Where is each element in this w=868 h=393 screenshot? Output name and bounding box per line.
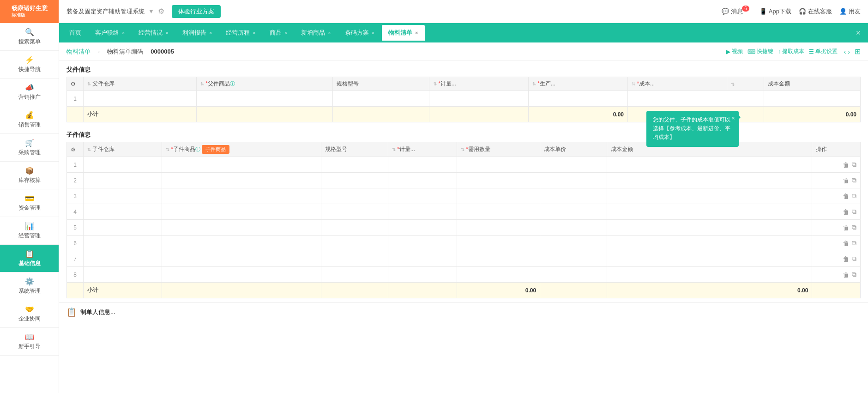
child-product-2[interactable]	[162, 173, 321, 188]
sidebar-item-search[interactable]: 🔍 搜索菜单	[0, 23, 59, 51]
copy-icon[interactable]: ⧉	[852, 239, 856, 247]
sidebar-item-quick-nav[interactable]: ⚡ 快捷导航	[0, 51, 59, 79]
user-item[interactable]: 👤 用友	[839, 7, 861, 16]
tab-new-product[interactable]: 新增商品 ×	[295, 25, 337, 41]
child-cost-amount-2	[607, 173, 812, 188]
shortcut-action[interactable]: ⌨ 快捷键	[747, 48, 773, 55]
tab-home[interactable]: 首页	[63, 25, 88, 41]
sidebar-item-system[interactable]: ⚙️ 系统管理	[0, 272, 59, 300]
tab-customers-label: 客户联络	[95, 29, 119, 37]
tooltip-close[interactable]: ×	[731, 114, 735, 123]
delete-icon[interactable]: 🗑	[843, 224, 849, 231]
child-warehouse-2[interactable]	[84, 173, 162, 188]
th-parent-settings[interactable]: ⚙	[67, 77, 84, 91]
tab-customers-close[interactable]: ×	[122, 30, 125, 36]
delete-icon[interactable]: 🗑	[843, 193, 849, 200]
breadcrumb-code-label: 物料清单编码	[107, 48, 143, 56]
copy-icon[interactable]: ⧉	[852, 161, 856, 169]
child-unit-2[interactable]	[388, 173, 457, 188]
logo-subtitle: 标准版	[12, 12, 48, 18]
message-badge: 6	[742, 6, 749, 12]
delete-icon[interactable]: 🗑	[843, 255, 849, 263]
tab-operations-status-close[interactable]: ×	[165, 30, 168, 36]
child-warehouse-1[interactable]	[84, 157, 162, 173]
nav-prev-icon[interactable]: ‹	[844, 48, 846, 55]
tab-operations-status[interactable]: 经营情况 ×	[132, 25, 175, 41]
trial-button[interactable]: 体验行业方案	[172, 5, 221, 18]
single-settings-label: 单据设置	[815, 48, 838, 55]
child-spec-2[interactable]	[321, 173, 388, 188]
copy-icon[interactable]: ⧉	[852, 224, 856, 231]
copy-icon[interactable]: ⧉	[852, 255, 856, 263]
parent-production-cell[interactable]	[528, 91, 627, 107]
doc-info-icon: 📋	[66, 307, 77, 317]
settings-doc-icon: ☰	[809, 48, 814, 55]
tab-barcode-close[interactable]: ×	[372, 30, 374, 36]
scan-input-button[interactable]: 子件商品	[202, 145, 229, 154]
parent-cost-cell[interactable]	[628, 91, 727, 107]
copy-icon[interactable]: ⧉	[852, 176, 856, 184]
th-parent-warehouse: ⇅ 父件仓库	[84, 77, 197, 91]
sidebar-item-finance[interactable]: 💳 资金管理	[0, 189, 59, 217]
close-all-tabs[interactable]: ×	[852, 28, 864, 38]
sidebar-item-purchase[interactable]: 🛒 采购管理	[0, 134, 59, 162]
sidebar-item-collab[interactable]: 🤝 企业协同	[0, 300, 59, 328]
sidebar-item-marketing[interactable]: 📣 营销推广	[0, 79, 59, 106]
child-product-1[interactable]	[162, 157, 321, 173]
sidebar-item-guide[interactable]: 📖 新手引导	[0, 328, 59, 356]
tab-customers[interactable]: 客户联络 ×	[89, 25, 131, 41]
settings-icon[interactable]: ⚙	[158, 7, 164, 16]
app-download-item[interactable]: 📱 App下载	[760, 7, 791, 16]
tab-bom-close[interactable]: ×	[415, 30, 418, 36]
sidebar-item-label: 营销推广	[18, 93, 41, 101]
child-cost-amount-1	[607, 157, 812, 173]
tab-bom[interactable]: 物料清单 ×	[382, 25, 424, 41]
tab-products[interactable]: 商品 ×	[263, 25, 294, 41]
sidebar-item-sales[interactable]: 💰 销售管理	[0, 106, 59, 134]
tab-history[interactable]: 经营历程 ×	[219, 25, 262, 41]
message-item[interactable]: 💬 消息 6	[722, 7, 752, 16]
delete-icon[interactable]: 🗑	[843, 271, 849, 278]
tab-new-product-close[interactable]: ×	[328, 30, 331, 36]
online-service-item[interactable]: 🎧 在线客服	[799, 7, 832, 16]
topbar-right: 💬 消息 6 📱 App下载 🎧 在线客服 👤 用友	[722, 7, 861, 16]
tab-history-close[interactable]: ×	[253, 30, 255, 36]
copy-icon[interactable]: ⧉	[852, 271, 856, 278]
child-qty-1[interactable]	[457, 157, 540, 173]
delete-icon[interactable]: 🗑	[843, 208, 849, 216]
view-video-action[interactable]: ▶ 视频	[726, 48, 743, 55]
delete-icon[interactable]: 🗑	[843, 161, 849, 169]
dropdown-arrow-icon[interactable]: ▼	[148, 8, 154, 15]
breadcrumb-list[interactable]: 物料清单	[66, 48, 90, 56]
child-unit-1[interactable]	[388, 157, 457, 173]
tab-profit-close[interactable]: ×	[209, 30, 212, 36]
extract-cost-action[interactable]: ↑ 提取成本	[778, 48, 804, 55]
delete-icon[interactable]: 🗑	[843, 240, 849, 247]
parent-product-cell[interactable]	[196, 91, 332, 107]
nav-next-icon[interactable]: ›	[848, 48, 850, 55]
search-icon: 🔍	[25, 28, 34, 36]
parent-subtotal-row: 小计 0.00 0.00	[67, 107, 861, 122]
parent-warehouse-cell[interactable]	[84, 91, 197, 107]
grid-view-icon[interactable]: ⊞	[855, 47, 861, 56]
tab-profit[interactable]: 利润报告 ×	[176, 25, 218, 41]
copy-icon[interactable]: ⧉	[852, 208, 856, 216]
tab-barcode[interactable]: 条码方案 ×	[338, 25, 381, 41]
parent-sort-cell[interactable]	[727, 91, 764, 107]
child-spec-1[interactable]	[321, 157, 388, 173]
sidebar-item-operations[interactable]: 📊 经营管理	[0, 217, 59, 245]
parent-unit-total: 0.00	[528, 107, 627, 122]
sidebar-item-inventory[interactable]: 📦 库存核算	[0, 162, 59, 189]
single-settings-action[interactable]: ☰ 单据设置	[809, 48, 838, 55]
child-unit-cost-2[interactable]	[540, 173, 607, 188]
child-unit-cost-1[interactable]	[540, 157, 607, 173]
delete-icon[interactable]: 🗑	[843, 177, 849, 184]
th-child-settings[interactable]: ⚙	[67, 142, 84, 157]
parent-spec-cell[interactable]	[333, 91, 429, 107]
tab-products-close[interactable]: ×	[284, 30, 287, 36]
sidebar-item-basic-info[interactable]: 📋 基础信息	[0, 245, 59, 272]
cart-icon: 🛒	[25, 139, 34, 147]
copy-icon[interactable]: ⧉	[852, 192, 856, 200]
parent-unit-cell[interactable]	[429, 91, 528, 107]
child-qty-2[interactable]	[457, 173, 540, 188]
